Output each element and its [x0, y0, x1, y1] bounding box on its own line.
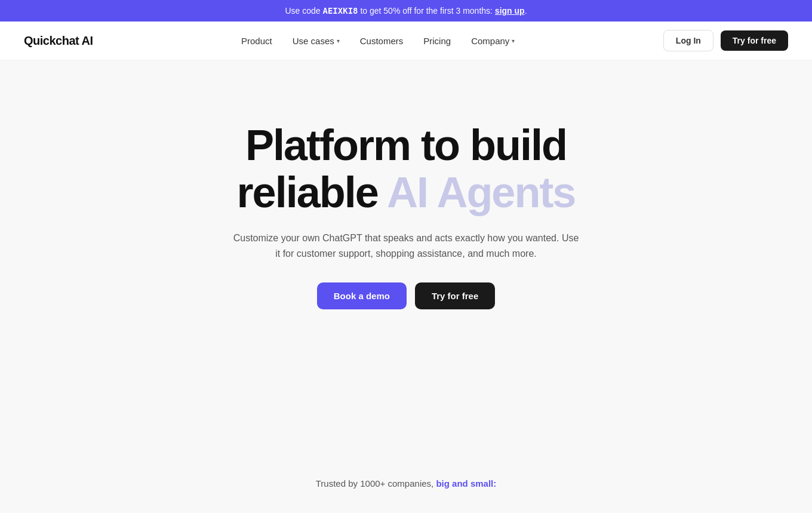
banner-period: .	[525, 6, 527, 16]
spacer	[0, 359, 812, 466]
hero-section: Platform to build reliable AI Agents Cus…	[0, 60, 812, 359]
navbar-actions: Log In Try for free	[663, 30, 788, 51]
trusted-highlight: big and small:	[433, 478, 496, 489]
hero-title-static: reliable	[237, 168, 378, 216]
try-for-free-button[interactable]: Try for free	[721, 30, 788, 51]
trusted-section: Trusted by 1000+ companies, big and smal…	[0, 466, 812, 512]
logo[interactable]: Quickchat AI	[24, 34, 93, 48]
nav-customers-label: Customers	[360, 36, 404, 46]
chevron-down-icon: ▾	[512, 38, 515, 44]
nav-item-usecases[interactable]: Use cases ▾	[284, 31, 348, 51]
book-demo-button[interactable]: Book a demo	[317, 282, 407, 309]
hero-title: Platform to build reliable AI Agents	[237, 122, 576, 216]
nav-item-company[interactable]: Company ▾	[463, 31, 523, 51]
navbar: Quickchat AI Product Use cases ▾ Custome…	[0, 21, 812, 60]
nav-product-label: Product	[241, 36, 272, 46]
nav-item-pricing[interactable]: Pricing	[415, 31, 459, 51]
try-free-button[interactable]: Try for free	[415, 282, 495, 309]
nav-company-label: Company	[471, 36, 509, 46]
signup-link[interactable]: sign up	[495, 6, 525, 16]
login-button[interactable]: Log In	[663, 30, 713, 51]
promo-banner: Use code AEIXKI8 to get 50% off for the …	[0, 0, 812, 21]
promo-code: AEIXKI8	[323, 6, 358, 16]
hero-subtitle: Customize your own ChatGPT that speaks a…	[233, 231, 579, 261]
hero-cta-buttons: Book a demo Try for free	[317, 282, 496, 309]
hero-title-animated: AI Agents	[387, 168, 575, 216]
trusted-prefix: Trusted by 1000+ companies,	[316, 478, 433, 489]
nav-links: Product Use cases ▾ Customers Pricing Co…	[233, 31, 523, 51]
banner-prefix: Use code	[285, 6, 322, 16]
nav-pricing-label: Pricing	[423, 36, 451, 46]
nav-usecases-label: Use cases	[293, 36, 334, 46]
nav-item-customers[interactable]: Customers	[352, 31, 412, 51]
hero-title-line1: Platform to build	[245, 121, 567, 169]
banner-suffix: to get 50% off for the first 3 months:	[358, 6, 495, 16]
chevron-down-icon: ▾	[337, 38, 340, 44]
nav-item-product[interactable]: Product	[233, 31, 281, 51]
